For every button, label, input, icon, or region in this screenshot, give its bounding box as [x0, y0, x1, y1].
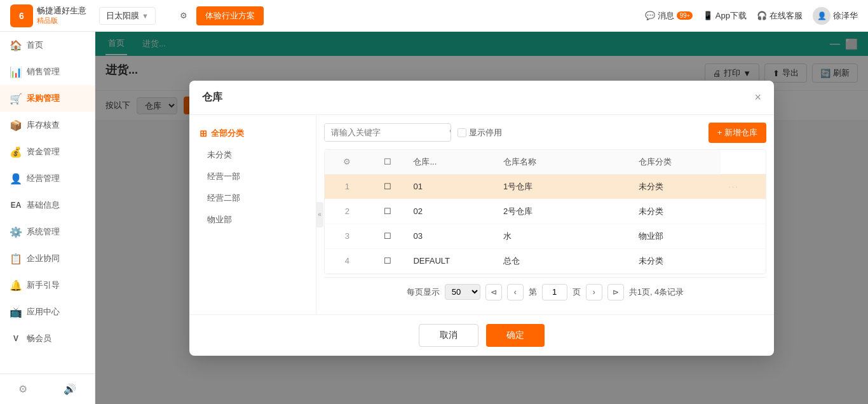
- row3-actions[interactable]: [721, 224, 766, 248]
- confirm-btn[interactable]: 确定: [486, 324, 545, 347]
- row2-checkbox[interactable]: ☐: [370, 199, 406, 224]
- sidebar-item-membership-label: 畅会员: [27, 333, 51, 344]
- table-row[interactable]: 1 ☐ 01 1号仓库 未分类 ···: [325, 174, 766, 199]
- row2-name: 2号仓库: [496, 199, 630, 224]
- table-row[interactable]: 3 ☐ 03 水 物业部: [325, 224, 766, 248]
- row2-actions[interactable]: [721, 199, 766, 224]
- app-download-label: App下载: [715, 10, 747, 22]
- sidebar-item-enterprise-label: 企业协同: [27, 253, 60, 264]
- page-next-btn[interactable]: ›: [586, 284, 602, 300]
- category-item-property[interactable]: 物业部: [189, 209, 316, 231]
- category-all[interactable]: ⊞ 全部分类: [189, 123, 316, 144]
- customer-service-btn[interactable]: 🎧 在线客服: [757, 10, 803, 22]
- row1-checkbox[interactable]: ☐: [370, 174, 406, 199]
- row1-category: 未分类: [631, 174, 721, 199]
- sidebar-item-guide[interactable]: 🔔 新手引导: [0, 272, 95, 299]
- purchase-icon: 🛒: [10, 93, 22, 104]
- warehouse-table: ⚙ ☐ 仓库... 仓库名称: [324, 149, 766, 274]
- app-download-btn[interactable]: 📱 App下载: [703, 10, 747, 22]
- volume-icon[interactable]: 🔊: [60, 379, 80, 399]
- search-btn[interactable]: 🔍: [444, 124, 451, 141]
- sidebar-item-apps[interactable]: 📺 应用中心: [0, 299, 95, 325]
- search-input[interactable]: [325, 124, 444, 141]
- row4-name: 总仓: [496, 248, 630, 273]
- message-icon: 💬: [645, 11, 655, 20]
- customer-service-label: 在线客服: [770, 10, 803, 22]
- membership-icon: V: [10, 333, 22, 344]
- sidebar-item-enterprise[interactable]: 📋 企业协同: [0, 245, 95, 272]
- logo-text: 畅捷通好生意: [37, 6, 86, 17]
- category-all-label: 全部分类: [211, 128, 244, 139]
- settings-bottom-icon[interactable]: ⚙: [15, 379, 31, 399]
- experience-btn[interactable]: 体验行业方案: [196, 6, 264, 25]
- sidebar-item-operations[interactable]: 👤 经营管理: [0, 165, 95, 192]
- system-icon: ⚙️: [10, 226, 22, 238]
- sales-icon: 📊: [10, 66, 22, 77]
- sidebar-item-guide-label: 新手引导: [27, 279, 60, 291]
- show-disabled-label[interactable]: 显示停用: [458, 127, 502, 138]
- sidebar-item-inventory[interactable]: 📦 库存核查: [0, 112, 95, 138]
- topbar-nav: 日太阳膜 ▼ ⚙ 体验行业方案: [99, 6, 645, 26]
- sidebar-bottom: ⚙ 🔊: [0, 374, 95, 404]
- user-profile[interactable]: 👤 徐泽华: [813, 7, 858, 25]
- company-selector[interactable]: 日太阳膜 ▼: [99, 7, 156, 25]
- row4-code: DEFAULT: [405, 248, 496, 273]
- modal-close-btn[interactable]: ×: [754, 91, 761, 103]
- add-warehouse-btn[interactable]: + 新增仓库: [709, 123, 766, 143]
- th-checkbox: ☐: [370, 150, 406, 175]
- logo-sub: 精品版: [37, 16, 86, 25]
- company-name: 日太阳膜: [106, 10, 139, 22]
- table-row[interactable]: 2 ☐ 02 2号仓库 未分类: [325, 199, 766, 224]
- th-name: 仓库名称: [496, 150, 630, 175]
- row4-actions[interactable]: [721, 248, 766, 273]
- page-prev-btn[interactable]: ‹: [507, 284, 524, 300]
- show-disabled-checkbox[interactable]: [458, 128, 466, 137]
- sidebar-item-basicinfo[interactable]: EA 基础信息: [0, 192, 95, 219]
- guide-icon: 🔔: [10, 279, 22, 291]
- basicinfo-icon: EA: [10, 199, 22, 211]
- page-total: 共1页, 4条记录: [629, 286, 684, 298]
- table-row[interactable]: 4 ☐ DEFAULT 总仓 未分类: [325, 248, 766, 273]
- row1-actions[interactable]: ···: [721, 174, 766, 199]
- sidebar-item-home-label: 首页: [27, 39, 43, 51]
- per-page-select[interactable]: 50 20 100: [445, 284, 480, 300]
- page-last-btn[interactable]: ⊳: [607, 284, 624, 300]
- modal-header: 仓库 ×: [189, 81, 774, 115]
- main-layout: 🏠 首页 📊 销售管理 🛒 采购管理 📦 库存核查 💰 资金管理 👤 经营管理 …: [0, 32, 868, 404]
- modal-body: ⊞ 全部分类 未分类 经营一部 经营二部 物业部 «: [189, 115, 774, 314]
- row1-code: 01: [405, 174, 496, 199]
- sidebar-item-membership[interactable]: V 畅会员: [0, 325, 95, 352]
- row3-checkbox[interactable]: ☐: [370, 224, 406, 248]
- category-collapse-btn[interactable]: «: [316, 202, 323, 227]
- sidebar: 🏠 首页 📊 销售管理 🛒 采购管理 📦 库存核查 💰 资金管理 👤 经营管理 …: [0, 32, 95, 404]
- row4-checkbox[interactable]: ☐: [370, 248, 406, 273]
- sidebar-item-purchase[interactable]: 🛒 采购管理: [0, 85, 95, 112]
- page-first-btn[interactable]: ⊲: [485, 284, 502, 300]
- row1-seq: 1: [325, 174, 370, 199]
- sidebar-item-home[interactable]: 🏠 首页: [0, 32, 95, 58]
- row2-seq: 2: [325, 199, 370, 224]
- row3-seq: 3: [325, 224, 370, 248]
- topbar-right: 💬 消息 99+ 📱 App下载 🎧 在线客服 👤 徐泽华: [645, 7, 858, 25]
- avatar: 👤: [813, 7, 831, 25]
- row2-category: 未分类: [631, 199, 721, 224]
- sidebar-item-system[interactable]: ⚙️ 系统管理: [0, 219, 95, 245]
- warehouse-data-table: ⚙ ☐ 仓库... 仓库名称: [325, 150, 766, 274]
- settings-icon[interactable]: ⚙: [173, 6, 194, 26]
- cancel-btn[interactable]: 取消: [419, 324, 478, 347]
- row2-code: 02: [405, 199, 496, 224]
- messages-label: 消息: [658, 10, 674, 22]
- messages-btn[interactable]: 💬 消息 99+: [645, 10, 692, 22]
- company-dropdown-icon: ▼: [142, 12, 149, 20]
- category-item-ops1[interactable]: 经营一部: [189, 166, 316, 187]
- mobile-icon: 📱: [703, 11, 713, 20]
- show-disabled-text: 显示停用: [469, 127, 502, 138]
- category-item-ops2[interactable]: 经营二部: [189, 187, 316, 209]
- table-header-row: ⚙ ☐ 仓库... 仓库名称: [325, 150, 766, 175]
- th-code: 仓库...: [405, 150, 496, 175]
- category-item-unclassified[interactable]: 未分类: [189, 144, 316, 166]
- page-number-input[interactable]: [542, 284, 567, 300]
- sidebar-item-finance[interactable]: 💰 资金管理: [0, 138, 95, 165]
- sidebar-item-sales[interactable]: 📊 销售管理: [0, 58, 95, 85]
- row1-name: 1号仓库: [496, 174, 630, 199]
